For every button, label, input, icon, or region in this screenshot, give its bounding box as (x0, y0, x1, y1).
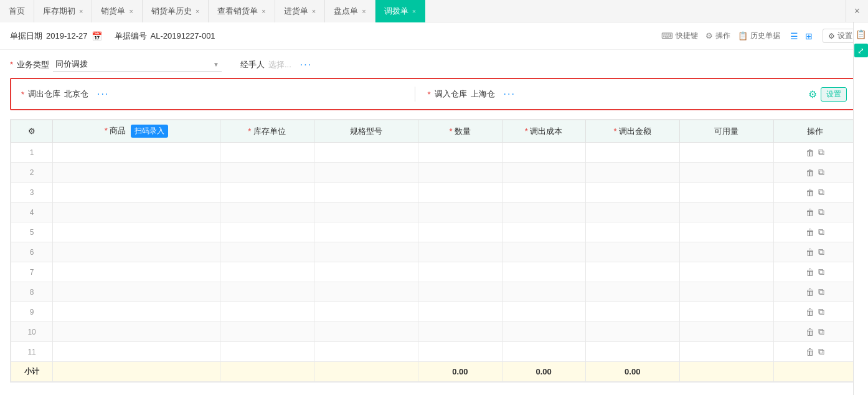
row-cost-1[interactable] (502, 143, 585, 163)
delete-icon-8[interactable]: 🗑 (806, 287, 814, 297)
tab-purchase[interactable]: 进货单 × (275, 0, 325, 22)
calendar-icon[interactable]: 📅 (92, 31, 102, 41)
layout-grid-icon[interactable]: ⊞ (803, 30, 815, 42)
row-qty-10[interactable] (418, 322, 502, 342)
person-dots-button[interactable]: ··· (300, 59, 312, 70)
row-cost-6[interactable] (502, 242, 585, 262)
row-cost-2[interactable] (502, 163, 585, 183)
delete-icon-1[interactable]: 🗑 (806, 148, 814, 158)
row-product-2[interactable] (53, 163, 220, 183)
shortcut-action[interactable]: ⌨ 快捷键 (661, 31, 698, 41)
business-type-select[interactable]: 同价调拨 ▼ (53, 57, 222, 72)
row-spec-5[interactable] (314, 222, 418, 242)
row-unit-6[interactable] (220, 242, 314, 262)
row-spec-10[interactable] (314, 322, 418, 342)
row-amount-9[interactable] (585, 302, 679, 322)
tab-sales[interactable]: 销货单 × (92, 0, 142, 22)
delete-icon-4[interactable]: 🗑 (806, 207, 814, 217)
row-qty-5[interactable] (418, 222, 502, 242)
warehouse-out-dots-button[interactable]: ··· (97, 88, 109, 100)
row-product-1[interactable] (53, 143, 220, 163)
tab-inventory[interactable]: 库存期初 × (34, 0, 92, 22)
row-spec-1[interactable] (314, 143, 418, 163)
row-spec-8[interactable] (314, 282, 418, 302)
copy-icon-11[interactable]: ⧉ (818, 346, 824, 357)
tab-sales-history[interactable]: 销货单历史 × (143, 0, 209, 22)
row-available-1[interactable] (679, 143, 773, 163)
row-unit-4[interactable] (220, 202, 314, 222)
row-amount-3[interactable] (585, 183, 679, 202)
copy-icon-1[interactable]: ⧉ (818, 147, 824, 158)
tab-transfer[interactable]: 调拨单 × (375, 0, 425, 22)
row-unit-1[interactable] (220, 143, 314, 163)
row-available-5[interactable] (679, 222, 773, 242)
delete-icon-11[interactable]: 🗑 (806, 347, 814, 357)
tab-stocktake-close[interactable]: × (362, 7, 366, 15)
row-product-11[interactable] (53, 342, 220, 362)
copy-icon-9[interactable]: ⧉ (818, 307, 824, 317)
copy-icon-5[interactable]: ⧉ (818, 227, 824, 237)
sidebar-expand-icon[interactable]: ⤢ (854, 44, 868, 57)
row-amount-5[interactable] (585, 222, 679, 242)
row-qty-7[interactable] (418, 262, 502, 282)
layout-list-icon[interactable]: ☰ (788, 30, 800, 42)
row-amount-7[interactable] (585, 262, 679, 282)
row-unit-9[interactable] (220, 302, 314, 322)
row-available-2[interactable] (679, 163, 773, 183)
copy-icon-4[interactable]: ⧉ (818, 207, 824, 217)
delete-icon-6[interactable]: 🗑 (806, 247, 814, 257)
tab-sales-close[interactable]: × (129, 7, 133, 15)
copy-icon-7[interactable]: ⧉ (818, 267, 824, 277)
scan-button[interactable]: 扫码录入 (131, 125, 168, 138)
row-spec-11[interactable] (314, 342, 418, 362)
tab-view-sales[interactable]: 查看销货单 × (209, 0, 275, 22)
row-unit-2[interactable] (220, 163, 314, 183)
delete-icon-5[interactable]: 🗑 (806, 227, 814, 237)
row-qty-9[interactable] (418, 302, 502, 322)
row-qty-11[interactable] (418, 342, 502, 362)
row-unit-8[interactable] (220, 282, 314, 302)
tab-view-sales-close[interactable]: × (262, 7, 265, 15)
row-available-9[interactable] (679, 302, 773, 322)
row-cost-10[interactable] (502, 322, 585, 342)
row-qty-6[interactable] (418, 242, 502, 262)
delete-icon-9[interactable]: 🗑 (806, 307, 814, 317)
tab-transfer-close[interactable]: × (412, 7, 416, 15)
row-unit-5[interactable] (220, 222, 314, 242)
row-available-6[interactable] (679, 242, 773, 262)
delete-icon-10[interactable]: 🗑 (806, 327, 814, 337)
copy-icon-8[interactable]: ⧉ (818, 287, 824, 297)
row-product-9[interactable] (53, 302, 220, 322)
warehouse-in-dots-button[interactable]: ··· (504, 88, 516, 100)
person-select[interactable]: 选择... (268, 59, 291, 70)
row-available-11[interactable] (679, 342, 773, 362)
history-action[interactable]: 📋 历史单据 (738, 31, 780, 41)
row-product-3[interactable] (53, 183, 220, 202)
row-spec-2[interactable] (314, 163, 418, 183)
row-available-4[interactable] (679, 202, 773, 222)
copy-icon-2[interactable]: ⧉ (818, 167, 824, 178)
row-qty-3[interactable] (418, 183, 502, 202)
row-amount-8[interactable] (585, 282, 679, 302)
row-product-7[interactable] (53, 262, 220, 282)
row-available-10[interactable] (679, 322, 773, 342)
delete-icon-2[interactable]: 🗑 (806, 168, 814, 178)
row-cost-8[interactable] (502, 282, 585, 302)
row-unit-3[interactable] (220, 183, 314, 202)
row-qty-4[interactable] (418, 202, 502, 222)
row-amount-6[interactable] (585, 242, 679, 262)
row-unit-7[interactable] (220, 262, 314, 282)
row-amount-2[interactable] (585, 163, 679, 183)
row-unit-10[interactable] (220, 322, 314, 342)
tab-home[interactable]: 首页 (0, 0, 34, 22)
sidebar-doc-icon[interactable]: 📋 (854, 27, 868, 41)
row-cost-5[interactable] (502, 222, 585, 242)
tab-inventory-close[interactable]: × (79, 7, 83, 15)
row-cost-9[interactable] (502, 302, 585, 322)
row-product-6[interactable] (53, 242, 220, 262)
table-gear-header[interactable]: ⚙ (11, 120, 53, 143)
row-product-5[interactable] (53, 222, 220, 242)
settings-button2[interactable]: 设置 (821, 87, 847, 102)
tab-sales-history-close[interactable]: × (196, 7, 199, 15)
tab-purchase-close[interactable]: × (312, 7, 316, 15)
